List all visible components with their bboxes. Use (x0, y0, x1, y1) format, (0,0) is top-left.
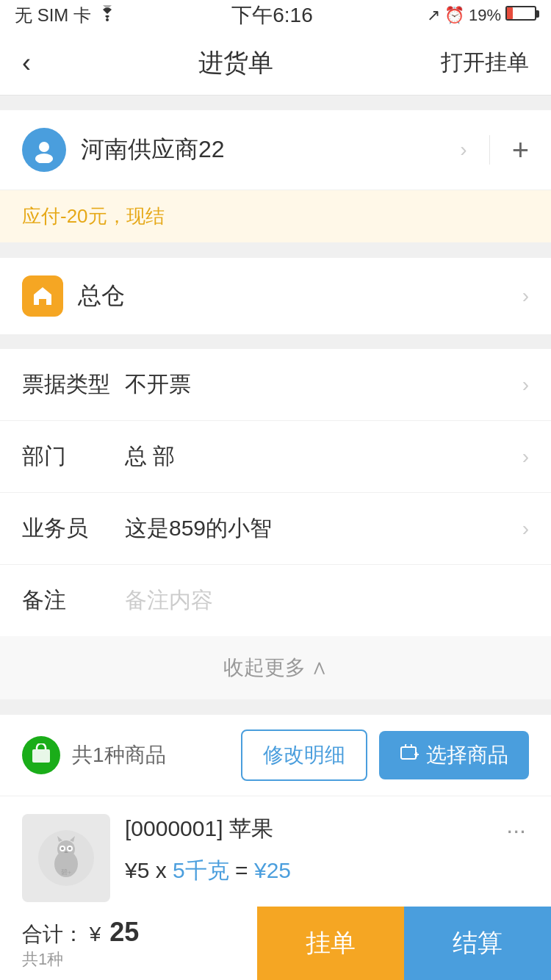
invoice-type-value: 不开票 (125, 370, 522, 400)
section-gap-1 (0, 96, 551, 110)
page-title: 进货单 (198, 46, 273, 80)
warehouse-row[interactable]: 总仓 › (0, 258, 551, 334)
svg-point-1 (39, 142, 49, 152)
battery-percent: 19% (469, 6, 501, 25)
product-count-label: 共1种商品 (72, 741, 241, 769)
product-header: 共1种商品 修改明细 选择商品 (0, 714, 551, 796)
collapse-bar[interactable]: 收起更多 ∧ (0, 636, 551, 699)
svg-point-0 (106, 18, 109, 21)
salesman-chevron-icon: › (522, 517, 529, 541)
department-row[interactable]: 部门 总 部 › (0, 421, 551, 493)
svg-rect-4 (32, 749, 50, 763)
battery-icon (505, 6, 536, 25)
svg-point-14 (68, 847, 71, 850)
supplier-divider (489, 135, 490, 165)
total-row: 合计： ¥ 25 (22, 917, 235, 948)
settle-button[interactable]: 结算 (404, 907, 551, 980)
open-hang-button[interactable]: 打开挂单 (441, 48, 529, 78)
price-times: x (156, 858, 173, 882)
product-icon (22, 736, 60, 774)
status-time: 下午6:16 (231, 1, 313, 29)
section-gap-3 (0, 334, 551, 349)
svg-text:碧+: 碧+ (61, 868, 71, 876)
svg-rect-3 (39, 299, 46, 305)
nav-bar: ‹ 进货单 打开挂单 (0, 31, 551, 96)
notice-bar: 应付-20元，现结 (0, 190, 551, 243)
warehouse-name: 总仓 (78, 280, 522, 312)
product-thumbnail: 碧+ (22, 814, 110, 902)
price-equals: = (235, 858, 254, 882)
status-bar: 无 SIM 卡 下午6:16 ↗ ⏰ 19% (0, 0, 551, 31)
invoice-type-label: 票据类型 (22, 370, 125, 400)
quantity-value: 5千克 (173, 858, 229, 882)
select-product-icon (400, 743, 420, 767)
price-value: ¥5 (125, 858, 149, 882)
warehouse-icon (22, 275, 63, 317)
form-card: 票据类型 不开票 › 部门 总 部 › 业务员 这是859的小智 › 备注 备注… (0, 349, 551, 636)
total-sub: 共1种 (22, 948, 235, 970)
location-icon: ↗ (427, 6, 440, 25)
back-button[interactable]: ‹ (22, 48, 31, 79)
section-gap-2 (0, 243, 551, 258)
supplier-row[interactable]: 河南供应商22 › + (0, 110, 551, 190)
hang-button[interactable]: 挂单 (257, 907, 404, 980)
status-left: 无 SIM 卡 (15, 4, 118, 27)
svg-point-13 (61, 847, 64, 850)
invoice-type-chevron-icon: › (522, 373, 529, 397)
total-section: 合计： ¥ 25 共1种 (0, 907, 257, 980)
department-label: 部门 (22, 442, 125, 472)
bottom-bar: 合计： ¥ 25 共1种 挂单 结算 (0, 907, 551, 980)
supplier-avatar (22, 128, 66, 172)
supplier-card: 河南供应商22 › + 应付-20元，现结 (0, 110, 551, 243)
department-value: 总 部 (125, 442, 522, 472)
remark-label: 备注 (22, 586, 125, 616)
select-product-button[interactable]: 选择商品 (379, 731, 529, 779)
supplier-name: 河南供应商22 (81, 134, 460, 166)
product-name: [0000001] 苹果 (125, 814, 503, 844)
add-button[interactable]: + (512, 134, 529, 167)
product-menu-button[interactable]: ··· (503, 814, 529, 847)
edit-detail-button[interactable]: 修改明细 (241, 729, 367, 781)
svg-rect-5 (401, 747, 416, 759)
alarm-icon: ⏰ (444, 6, 464, 25)
department-chevron-icon: › (522, 445, 529, 469)
warehouse-chevron-icon: › (522, 284, 529, 308)
invoice-type-row[interactable]: 票据类型 不开票 › (0, 349, 551, 421)
svg-point-2 (35, 154, 53, 163)
product-item: 碧+ [0000001] 苹果 ¥5 x 5千克 = ¥25 ··· (0, 796, 551, 920)
warehouse-card: 总仓 › (0, 258, 551, 334)
supplier-chevron-icon: › (460, 138, 467, 162)
total-unit: ¥ (90, 923, 101, 945)
collapse-label: 收起更多 ∧ (223, 656, 328, 679)
total-value: ¥25 (254, 858, 291, 882)
salesman-value: 这是859的小智 (125, 514, 522, 544)
remark-row[interactable]: 备注 备注内容 (0, 565, 551, 636)
total-label: 合计： (22, 923, 84, 945)
carrier-text: 无 SIM 卡 (15, 4, 91, 27)
section-gap-4 (0, 699, 551, 714)
status-right: ↗ ⏰ 19% (427, 6, 536, 25)
product-info: [0000001] 苹果 ¥5 x 5千克 = ¥25 (125, 814, 503, 886)
salesman-label: 业务员 (22, 514, 125, 544)
salesman-row[interactable]: 业务员 这是859的小智 › (0, 493, 551, 565)
wifi-icon (97, 5, 118, 26)
product-price: ¥5 x 5千克 = ¥25 (125, 856, 503, 886)
select-product-label: 选择商品 (426, 741, 508, 769)
remark-input[interactable]: 备注内容 (125, 586, 529, 616)
total-amount: 25 (109, 917, 139, 947)
